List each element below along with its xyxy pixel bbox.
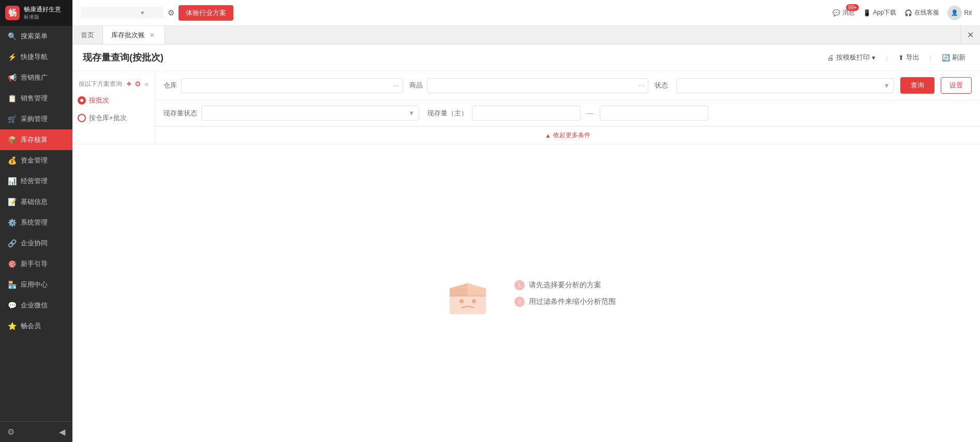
sidebar-item-basic[interactable]: 📝 基础信息 — [0, 191, 72, 212]
wechat-icon: 💬 — [7, 301, 17, 310]
right-filter-area: 仓库 ··· 商品 ··· 状态 — [155, 71, 980, 144]
warehouse-more-icon[interactable]: ··· — [393, 81, 399, 90]
scheme-item-by-warehouse-batch[interactable]: 按仓库+批次 — [72, 109, 155, 127]
topbar-settings-icon[interactable]: ⚙ — [168, 8, 174, 18]
chart-icon: 📊 — [7, 176, 17, 186]
empty-icon-wrapper — [437, 262, 499, 325]
store-icon: 🏪 — [7, 280, 17, 289]
gear-icon: ⚙️ — [7, 218, 17, 227]
query-button[interactable]: 查询 — [900, 77, 934, 94]
add-scheme-icon[interactable]: + — [127, 79, 131, 89]
user-profile-button[interactable]: 👤 Rit — [947, 6, 972, 20]
page-title: 现存量查询(按批次) — [83, 51, 164, 64]
sidebar-item-wxenterprise[interactable]: 💬 企业微信 — [0, 295, 72, 316]
filter-product-field: 商品 ··· — [409, 78, 649, 93]
inventory-qty-from[interactable] — [472, 106, 581, 121]
money-icon: 💰 — [7, 156, 17, 165]
trial-button[interactable]: 体验行业方案 — [179, 5, 233, 21]
sidebar-item-label: 搜索菜单 — [21, 32, 48, 41]
topbar-search-input[interactable] — [86, 9, 138, 17]
sidebar-item-enterprise[interactable]: 🔗 企业协同 — [0, 233, 72, 254]
collapse-sidebar-icon[interactable]: ◀ — [59, 427, 65, 437]
customer-service-label: 在线客服 — [914, 8, 939, 17]
tab-batch-account[interactable]: 库存批次账 ✕ — [103, 26, 165, 44]
sidebar-item-search[interactable]: 🔍 搜索菜单 — [0, 26, 72, 47]
inventory-status-select[interactable] — [201, 106, 419, 121]
app-download-button[interactable]: 📱 App下载 — [863, 8, 896, 17]
filter-row-1: 仓库 ··· 商品 ··· 状态 — [155, 71, 980, 100]
refresh-label: 刷新 — [952, 53, 966, 62]
footer-settings-icon[interactable]: ⚙ — [7, 427, 14, 437]
page-actions: 🖨 按模板打印 ▾ | ⬆ 导出 | 🔄 刷新 — [823, 51, 970, 64]
close-tab-icon[interactable]: ✕ — [148, 31, 156, 39]
topbar-search-area[interactable]: ▾ — [81, 7, 164, 19]
scheme-label-by-batch: 按批次 — [89, 96, 109, 105]
scheme-label-by-warehouse-batch: 按仓库+批次 — [89, 113, 127, 123]
sidebar-item-inventory[interactable]: 📦 库存核算 — [0, 129, 72, 150]
headset-icon: 🎧 — [904, 9, 912, 17]
inventory-status-field: 现存量状态 ▼ — [164, 106, 419, 121]
settings-scheme-icon[interactable]: ⚙ — [135, 80, 141, 88]
sidebar-item-system[interactable]: ⚙️ 系统管理 — [0, 212, 72, 233]
sidebar-footer: ⚙ ◀ — [0, 421, 72, 442]
edition-label: 标准版 — [24, 13, 61, 21]
scheme-radio-filled — [78, 96, 86, 105]
product-input[interactable] — [427, 78, 649, 93]
home-tab-label: 首页 — [81, 31, 94, 40]
tab-home[interactable]: 首页 — [72, 26, 103, 44]
settings-button[interactable]: 设置 — [941, 77, 972, 94]
step-2-circle: 2 — [514, 297, 525, 307]
filter-collapse-button[interactable]: ▲ 收起更多条件 — [155, 126, 980, 144]
clipboard-icon: 📋 — [7, 94, 17, 103]
search-icon: 🔍 — [7, 32, 17, 41]
sidebar-item-marketing[interactable]: 📢 营销推广 — [0, 67, 72, 88]
inventory-qty-label: 现存量（主） — [427, 109, 468, 118]
link-icon: 🔗 — [7, 239, 17, 248]
filter-wrapper: 按以下方案查询 + ⚙ « 按批次 按仓库+批次 — [72, 71, 980, 144]
customer-service-button[interactable]: 🎧 在线客服 — [904, 8, 939, 17]
note-icon: 📝 — [7, 197, 17, 207]
sidebar-item-membership[interactable]: ⭐ 畅会员 — [0, 316, 72, 336]
inventory-status-label: 现存量状态 — [164, 109, 197, 118]
print-dropdown-icon[interactable]: ▾ — [872, 54, 875, 62]
box-icon: 📦 — [7, 135, 17, 144]
action-divider: | — [886, 54, 887, 62]
refresh-button[interactable]: 🔄 刷新 — [938, 51, 970, 64]
refresh-icon: 🔄 — [942, 54, 950, 62]
megaphone-icon: 📢 — [7, 73, 17, 82]
export-button[interactable]: ⬆ 导出 — [894, 51, 924, 64]
scheme-item-by-batch[interactable]: 按批次 — [72, 92, 155, 109]
sidebar-item-sales[interactable]: 📋 销售管理 — [0, 88, 72, 109]
warehouse-input[interactable] — [181, 78, 403, 93]
sidebar-item-quick-nav[interactable]: ⚡ 快捷导航 — [0, 47, 72, 67]
tabbar-close-button[interactable]: ✕ — [960, 26, 980, 44]
sidebar-item-purchase[interactable]: 🛒 采购管理 — [0, 109, 72, 129]
print-button[interactable]: 🖨 按模板打印 ▾ — [823, 51, 880, 64]
topbar-dropdown-icon[interactable]: ▾ — [141, 9, 144, 17]
collapse-scheme-icon[interactable]: « — [144, 80, 149, 88]
product-more-icon[interactable]: ··· — [639, 81, 645, 90]
sidebar-item-newuser[interactable]: 🎯 新手引导 — [0, 254, 72, 274]
batch-tab-label: 库存批次账 — [111, 31, 145, 40]
inventory-qty-to[interactable] — [600, 106, 708, 121]
app-logo: 畅 — [5, 6, 20, 20]
scheme-radio-ring — [78, 114, 86, 122]
svg-point-5 — [472, 299, 476, 303]
scheme-title: 按以下方案查询 — [79, 80, 122, 89]
sidebar-item-finance[interactable]: 💰 资金管理 — [0, 150, 72, 171]
export-label: 导出 — [906, 53, 919, 62]
empty-tip-1: 1 请先选择要分析的方案 — [514, 280, 616, 290]
status-select[interactable] — [676, 78, 894, 93]
collapse-arrow-icon: ▲ — [545, 132, 551, 139]
sidebar-item-appstore[interactable]: 🏪 应用中心 — [0, 274, 72, 295]
warehouse-label: 仓库 — [164, 81, 177, 90]
avatar: 👤 — [947, 6, 962, 20]
empty-tip-2-text: 用过滤条件来缩小分析范围 — [529, 297, 616, 306]
filter-row-2: 现存量状态 ▼ 现存量（主） — — [155, 100, 980, 126]
messages-button[interactable]: 💬 消息 99+ — [833, 8, 855, 17]
print-icon: 🖨 — [827, 54, 834, 62]
user-name: Rit — [964, 9, 972, 17]
action-divider-2: | — [930, 54, 931, 62]
sidebar-item-operations[interactable]: 📊 经营管理 — [0, 171, 72, 191]
topbar: ▾ ⚙ 体验行业方案 💬 消息 99+ 📱 App下载 🎧 在线客服 👤 — [72, 0, 980, 26]
